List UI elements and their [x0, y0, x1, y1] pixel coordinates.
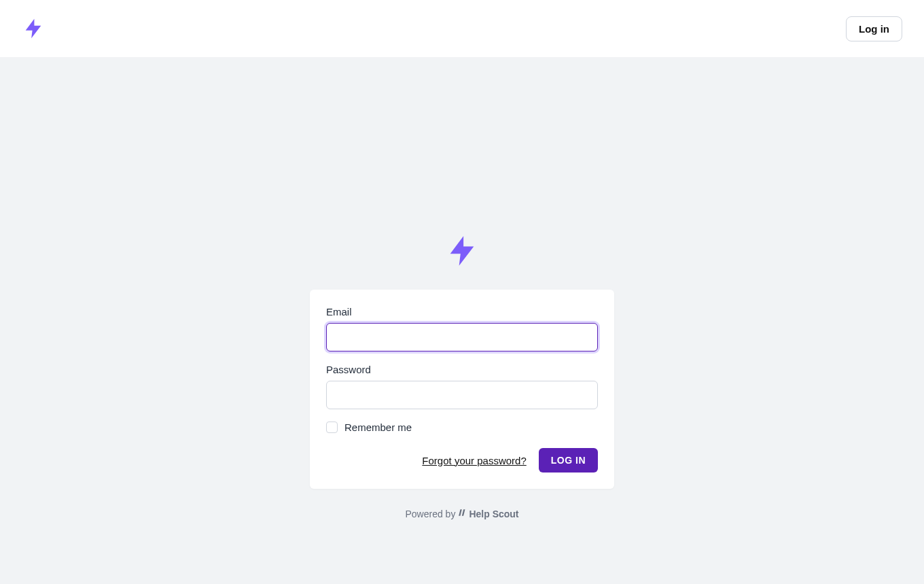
login-card: Email Password Remember me Forgot your p… — [310, 290, 614, 489]
remember-label: Remember me — [344, 422, 412, 433]
submit-button[interactable]: LOG IN — [539, 448, 598, 473]
action-row: Forgot your password? LOG IN — [326, 448, 598, 473]
email-input[interactable] — [326, 323, 598, 351]
email-label: Email — [326, 306, 598, 317]
password-input[interactable] — [326, 381, 598, 409]
help-scout-name: Help Scout — [469, 509, 518, 519]
password-label: Password — [326, 364, 598, 375]
header: Log in — [0, 0, 924, 57]
remember-checkbox[interactable] — [326, 422, 338, 433]
brand-logo-link[interactable] — [22, 16, 45, 41]
header-login-button[interactable]: Log in — [846, 16, 902, 41]
powered-by: Powered by Help Scout — [405, 508, 518, 519]
lightning-icon — [444, 231, 480, 271]
help-scout-link[interactable]: Help Scout — [458, 508, 518, 519]
lightning-icon — [22, 16, 45, 41]
help-scout-icon — [458, 508, 467, 519]
powered-by-text: Powered by — [405, 509, 455, 519]
remember-row: Remember me — [326, 422, 598, 433]
email-group: Email — [326, 306, 598, 351]
password-group: Password — [326, 364, 598, 409]
forgot-password-link[interactable]: Forgot your password? — [422, 455, 526, 466]
main-content: Email Password Remember me Forgot your p… — [0, 57, 924, 519]
brand-logo-large — [444, 231, 480, 271]
